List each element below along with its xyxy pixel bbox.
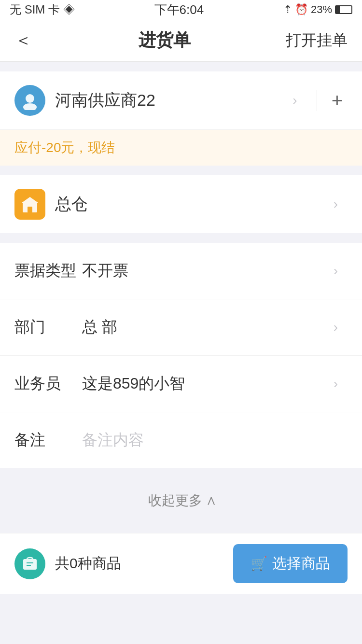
select-product-label: 选择商品 <box>272 554 330 574</box>
select-product-button[interactable]: 🛒 选择商品 <box>233 544 348 583</box>
salesperson-label: 业务员 <box>14 373 82 394</box>
bottom-bar: 共0种商品 🛒 选择商品 <box>0 533 362 594</box>
svg-rect-4 <box>28 207 32 212</box>
status-bar: 无 SIM 卡 ◈ 下午6:04 ⇡ ⏰ 23% <box>0 0 362 19</box>
status-time: 下午6:04 <box>154 1 204 18</box>
battery-icon: ⇡ <box>283 3 292 16</box>
supplier-row[interactable]: 河南供应商22 › + <box>0 71 362 130</box>
notice-banner: 应付-20元，现结 <box>0 130 362 166</box>
warehouse-icon <box>14 189 45 220</box>
department-chevron-icon: › <box>334 320 338 335</box>
warehouse-name: 总仓 <box>55 193 334 215</box>
back-button[interactable]: ＜ <box>14 28 43 52</box>
department-label: 部门 <box>14 317 82 338</box>
section-gap-2 <box>0 166 362 175</box>
department-value: 总 部 <box>82 317 334 338</box>
warehouse-chevron-icon: › <box>334 196 338 212</box>
battery-level: 23% <box>311 3 332 16</box>
status-left: 无 SIM 卡 ◈ <box>10 2 75 17</box>
salesperson-chevron-icon: › <box>334 376 338 392</box>
supplier-divider <box>317 90 317 111</box>
add-supplier-button[interactable]: + <box>327 90 348 112</box>
supplier-name: 河南供应商22 <box>55 89 292 112</box>
nav-bar: ＜ 进货单 打开挂单 <box>0 19 362 62</box>
supplier-avatar <box>14 85 45 116</box>
status-right: ⇡ ⏰ 23% <box>283 3 352 16</box>
salesperson-value: 这是859的小智 <box>82 373 334 394</box>
product-count: 共0种商品 <box>55 554 233 574</box>
sim-status: 无 SIM 卡 ◈ <box>10 2 75 17</box>
invoice-type-value: 不开票 <box>82 260 334 281</box>
salesperson-row[interactable]: 业务员 这是859的小智 › <box>0 356 362 412</box>
page-background <box>0 594 362 644</box>
warehouse-row[interactable]: 总仓 › <box>0 175 362 233</box>
remark-row[interactable]: 备注 备注内容 <box>0 412 362 468</box>
svg-point-1 <box>23 103 37 110</box>
remark-label: 备注 <box>14 430 82 451</box>
invoice-type-label: 票据类型 <box>14 260 82 281</box>
svg-rect-5 <box>23 559 37 570</box>
open-pending-button[interactable]: 打开挂单 <box>286 30 348 51</box>
section-gap-1 <box>0 62 362 71</box>
battery-bar <box>335 5 352 14</box>
supplier-section: 河南供应商22 › + 应付-20元，现结 <box>0 71 362 166</box>
collapse-row[interactable]: 收起更多 ∧ <box>0 478 362 523</box>
form-section: 票据类型 不开票 › 部门 总 部 › 业务员 这是859的小智 › 备注 备注… <box>0 243 362 468</box>
department-row[interactable]: 部门 总 部 › <box>0 299 362 356</box>
invoice-type-chevron-icon: › <box>334 263 338 279</box>
supplier-chevron-icon: › <box>292 93 297 108</box>
collapse-label: 收起更多 ∧ <box>148 491 217 510</box>
svg-point-0 <box>26 94 34 103</box>
warehouse-section: 总仓 › <box>0 175 362 233</box>
product-icon <box>14 548 45 579</box>
svg-marker-3 <box>22 197 38 203</box>
remark-placeholder[interactable]: 备注内容 <box>82 430 348 451</box>
page-title: 进货单 <box>139 28 191 52</box>
alarm-icon: ⏰ <box>295 3 308 16</box>
select-product-icon: 🛒 <box>251 556 267 572</box>
invoice-type-row[interactable]: 票据类型 不开票 › <box>0 243 362 299</box>
